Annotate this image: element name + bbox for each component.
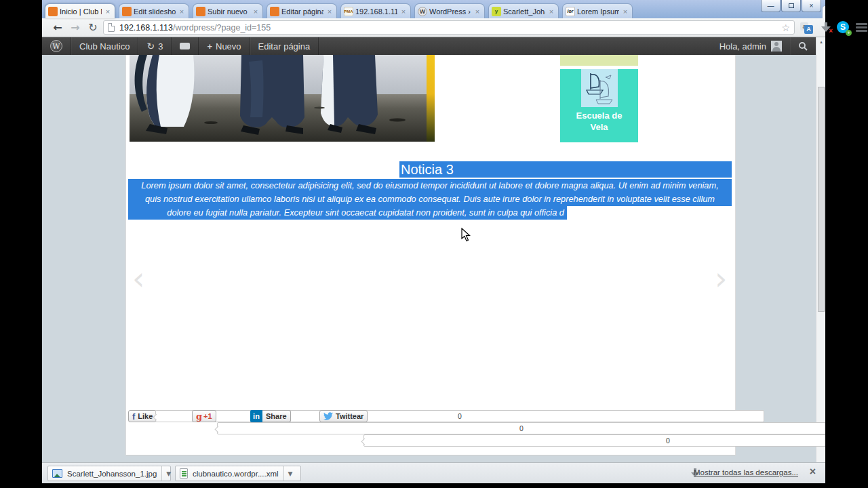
- url-text[interactable]: 192.168.1.113/wordpress/?page_id=155: [119, 23, 781, 33]
- twitter-tweet-button[interactable]: Twittear: [319, 410, 368, 422]
- edit-page-menu[interactable]: Editar página: [250, 37, 319, 55]
- back-button[interactable]: ←: [50, 20, 65, 35]
- letterbox-left: [0, 0, 42, 488]
- facebook-f-icon: f: [132, 411, 135, 422]
- widget-body: Escuela de Vela: [560, 69, 638, 142]
- download-filename: clubnautico.wordpr....xml: [193, 470, 279, 478]
- content-area: Escuela de Vela Noticia 3 Lorem ipsum do…: [125, 55, 736, 455]
- letterbox-bottom: [0, 483, 868, 488]
- google-plusone-button[interactable]: g +1: [192, 410, 216, 422]
- greeting-label: Hola, admin: [719, 41, 766, 52]
- tab-scarlett-image[interactable]: y Scarlett_Johanss ×: [488, 3, 559, 18]
- tab-phpmyadmin[interactable]: PMA 192.168.1.113 / l ×: [340, 3, 411, 18]
- tab-editar-pagina[interactable]: Editar página ‹ C ×: [267, 3, 337, 18]
- bookmark-star-icon[interactable]: ☆: [781, 22, 790, 33]
- downloads-bar: Scarlett_Johansson_1.jpg ▼ clubnautico.w…: [42, 462, 825, 483]
- page-scrollbar[interactable]: ▴: [816, 37, 825, 462]
- search-icon: [798, 41, 808, 51]
- search-button[interactable]: [790, 37, 816, 55]
- site-favicon-icon: [270, 7, 279, 16]
- comments-menu[interactable]: [172, 37, 199, 55]
- translate-blue-tile: A: [804, 25, 813, 34]
- reload-button[interactable]: ↻: [85, 20, 100, 35]
- twitter-tweet-count: 0: [363, 434, 868, 447]
- tab-title: Subir nuevo me: [208, 7, 250, 16]
- facebook-like-button[interactable]: f Like: [128, 410, 157, 422]
- download-manager-icon[interactable]: ×: [819, 21, 833, 35]
- wordpress-favicon-icon: W: [418, 7, 427, 16]
- updates-count: 3: [158, 41, 163, 52]
- page-background: Escuela de Vela Noticia 3 Lorem ipsum do…: [42, 55, 816, 462]
- restore-icon: [789, 3, 794, 8]
- admin-bar-right: Hola, admin: [711, 37, 816, 55]
- tab-close-icon[interactable]: ×: [621, 7, 629, 16]
- download-error-x: ×: [829, 27, 833, 35]
- news-text-line1-selected: Lorem ipsum dolor sit amet, consectetur …: [128, 179, 732, 192]
- penguins-photo: [130, 55, 427, 142]
- widget-top-band: [560, 55, 638, 66]
- twitter-bird-icon: [323, 412, 333, 420]
- translate-icon[interactable]: a A: [800, 21, 814, 35]
- new-label: Nuevo: [216, 41, 241, 52]
- widget-title: Escuela de Vela: [560, 110, 638, 133]
- site-name-label: Club Nautico: [79, 41, 130, 52]
- window-controls: — ×: [760, 0, 821, 12]
- menu-icon[interactable]: [856, 23, 868, 37]
- download-caret-icon[interactable]: ▼: [283, 466, 293, 481]
- tab-edit-slideshow[interactable]: Edit slideshow ‹ ×: [119, 3, 189, 18]
- tab-close-icon[interactable]: ×: [399, 7, 408, 16]
- wp-admin-bar: W Club Nautico ↻ 3 + Nuevo Editar página…: [42, 37, 816, 55]
- updates-menu[interactable]: ↻ 3: [138, 37, 172, 55]
- slider-prev-arrow[interactable]: ‹: [132, 265, 144, 292]
- lorem-favicon-icon: lor: [566, 7, 575, 16]
- minimize-button[interactable]: —: [761, 0, 781, 12]
- download-item-jpg[interactable]: Scarlett_Johansson_1.jpg ▼: [47, 466, 171, 481]
- close-window-button[interactable]: ×: [802, 0, 821, 12]
- google-plusone-count: 0: [217, 422, 826, 434]
- tab-close-icon[interactable]: ×: [178, 7, 186, 16]
- download-item-xml[interactable]: clubnautico.wordpr....xml ▼: [175, 466, 301, 481]
- wp-logo-menu[interactable]: W: [42, 37, 71, 55]
- show-all-downloads-link[interactable]: Mostrar todas las descargas...: [694, 468, 798, 476]
- next-slide-sliver: [427, 55, 435, 142]
- tab-title: Inicio | Club Na: [60, 7, 102, 16]
- new-content-menu[interactable]: + Nuevo: [199, 37, 250, 55]
- video-frame: Inicio | Club Na × Edit slideshow ‹ × Su…: [0, 0, 868, 488]
- tab-title: Editar página ‹ C: [281, 7, 323, 16]
- restore-button[interactable]: [781, 0, 801, 12]
- tab-wordpress-slideshow[interactable]: W WordPress › Slid ×: [414, 3, 485, 18]
- tab-lorem-ipsum[interactable]: lor Lorem Ipsum - ×: [562, 3, 633, 18]
- plus-icon: +: [207, 41, 212, 52]
- tab-close-icon[interactable]: ×: [473, 7, 481, 16]
- tab-close-icon[interactable]: ×: [104, 7, 112, 16]
- image-search-favicon-icon: y: [492, 7, 501, 16]
- site-name-menu[interactable]: Club Nautico: [71, 37, 138, 55]
- site-favicon-icon: [196, 7, 205, 16]
- forward-button[interactable]: →: [68, 20, 83, 35]
- skype-icon[interactable]: S +: [837, 21, 850, 35]
- tab-close-icon[interactable]: ×: [326, 7, 334, 16]
- tab-inicio[interactable]: Inicio | Club Na ×: [45, 3, 115, 18]
- news-text-line2-selected: quis nostrud exercitation ullamco labori…: [128, 192, 732, 206]
- download-caret-icon[interactable]: ▼: [161, 466, 171, 481]
- tab-title: Scarlett_Johanss: [503, 7, 545, 16]
- site-favicon-icon: [122, 7, 132, 16]
- page-icon: [108, 23, 115, 32]
- scrollbar-up-arrow[interactable]: ▴: [816, 37, 826, 47]
- slider-next-arrow[interactable]: ›: [715, 265, 727, 292]
- escuela-de-vela-widget[interactable]: Escuela de Vela: [560, 55, 638, 139]
- linkedin-share-button[interactable]: in Share: [250, 410, 291, 422]
- sailboat-sketch-icon: [581, 69, 618, 107]
- comments-bubble-icon: [180, 43, 190, 49]
- scrollbar-thumb[interactable]: [818, 87, 825, 312]
- tab-title: Lorem Ipsum -: [577, 7, 619, 16]
- tab-subir-nuevo[interactable]: Subir nuevo me ×: [193, 3, 263, 18]
- address-bar[interactable]: 192.168.1.113/wordpress/?page_id=155 ☆: [103, 20, 795, 35]
- tab-strip: Inicio | Club Na × Edit slideshow ‹ × Su…: [42, 0, 825, 18]
- site-favicon-icon: [48, 7, 58, 16]
- my-account-menu[interactable]: Hola, admin: [711, 37, 790, 55]
- tab-close-icon[interactable]: ×: [252, 7, 260, 16]
- close-downloads-bar-button[interactable]: ×: [810, 466, 816, 478]
- tab-close-icon[interactable]: ×: [547, 7, 555, 16]
- download-filename: Scarlett_Johansson_1.jpg: [67, 470, 157, 478]
